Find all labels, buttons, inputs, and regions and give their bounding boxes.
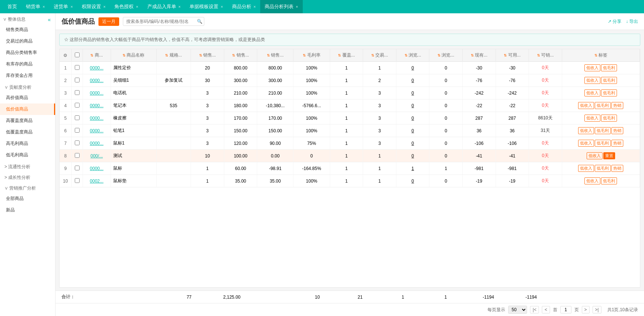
sidebar-item-new-goods[interactable]: 新品: [0, 204, 55, 216]
row-trade: 1: [363, 175, 396, 187]
sidebar-item-stock-goods[interactable]: 有库存的商品: [0, 58, 55, 70]
nav-product-analysis-list-close[interactable]: ×: [296, 4, 298, 9]
row-sales-qty: 1: [191, 162, 224, 175]
row-trade: 2: [363, 74, 396, 87]
sidebar-item-high-value[interactable]: 高价值商品: [0, 92, 55, 103]
row-view2: 0: [429, 99, 463, 112]
row-view1[interactable]: 0: [396, 62, 429, 74]
nav-product-analysis-close[interactable]: ×: [254, 4, 256, 9]
view1-link[interactable]: 1: [412, 166, 414, 171]
row-view1[interactable]: 0: [396, 150, 429, 162]
nav-product-analysis[interactable]: 商品分析 ×: [228, 0, 260, 13]
nav-role-close[interactable]: ×: [136, 4, 138, 9]
search-icon[interactable]: 🔍: [197, 19, 202, 24]
total-spacer3: [553, 295, 638, 300]
share-btn[interactable]: ↗ 分享: [608, 18, 621, 25]
row-sellable: 0天: [529, 99, 562, 112]
row-view1[interactable]: 0: [396, 87, 429, 99]
view1-link[interactable]: 0: [412, 128, 414, 133]
row-sellable: 0天: [529, 87, 562, 99]
sidebar-group-growth[interactable]: > 成长性分析: [0, 171, 55, 182]
row-sales-amt: 35.00: [224, 175, 257, 187]
nav-product-entry-close[interactable]: ×: [178, 4, 181, 9]
view1-link[interactable]: 0: [412, 65, 414, 71]
row-checkbox[interactable]: [75, 140, 80, 145]
nav-template[interactable]: 单据模板设置 ×: [185, 0, 227, 13]
row-view1[interactable]: 0: [396, 137, 429, 150]
row-sellable: 0天: [529, 162, 562, 175]
nav-template-close[interactable]: ×: [221, 4, 223, 9]
nav-permission[interactable]: 权限设置 ×: [77, 0, 110, 13]
row-view1[interactable]: 0: [396, 112, 429, 125]
row-available: -41: [496, 150, 529, 162]
page-size-select[interactable]: 50 100 200: [508, 306, 527, 314]
row-checkbox-cell: [71, 137, 83, 150]
row-checkbox[interactable]: [75, 115, 80, 120]
row-view1[interactable]: 0: [396, 99, 429, 112]
col-view2: ⇅ 浏览...: [429, 49, 463, 62]
row-checkbox[interactable]: [75, 103, 80, 108]
view1-link[interactable]: 0: [412, 116, 414, 121]
row-checkbox[interactable]: [75, 153, 80, 158]
sidebar-group-circulation[interactable]: > 流通性分析: [0, 161, 55, 171]
row-code: 0000...: [83, 74, 111, 87]
nav-product-entry[interactable]: 产成品入库单 ×: [143, 0, 185, 13]
export-btn[interactable]: ↓ 导出: [626, 18, 638, 25]
select-all-checkbox[interactable]: [75, 52, 80, 57]
first-page-btn[interactable]: |<: [530, 306, 539, 313]
row-checkbox[interactable]: [75, 166, 80, 170]
row-name: 铅笔1: [111, 125, 156, 137]
row-view1[interactable]: 0: [396, 74, 429, 87]
row-checkbox[interactable]: [75, 128, 80, 133]
search-input[interactable]: [123, 17, 204, 26]
row-view1[interactable]: 0: [396, 125, 429, 137]
row-num: 7: [60, 137, 71, 150]
nav-permission-close[interactable]: ×: [103, 4, 105, 9]
tag-badge: 低收入: [584, 77, 600, 84]
row-spec: [156, 175, 191, 187]
filter-btn[interactable]: 近一月: [98, 17, 119, 26]
nav-sales[interactable]: 销货单 ×: [21, 0, 49, 13]
sidebar-item-low-value[interactable]: 低价值商品: [0, 103, 55, 115]
sidebar-item-high-coverage[interactable]: 高覆盖度商品: [0, 115, 55, 126]
col-settings[interactable]: ⚙: [60, 49, 71, 62]
view1-link[interactable]: 0: [412, 141, 414, 146]
sidebar-item-low-coverage[interactable]: 低覆盖度商品: [0, 126, 55, 138]
row-view1[interactable]: 1: [396, 162, 429, 175]
sidebar-collapse-btn[interactable]: «: [46, 17, 52, 23]
row-checkbox[interactable]: [75, 90, 80, 95]
row-checkbox[interactable]: [75, 65, 80, 70]
sidebar-item-high-margin[interactable]: 高毛利商品: [0, 138, 55, 149]
table-row: 2 0000... 吴细细1 参加复试 30 300.00 300.00 100…: [60, 74, 640, 87]
nav-role[interactable]: 角色授权 ×: [110, 0, 142, 13]
page-input[interactable]: [560, 306, 571, 313]
nav-purchase[interactable]: 进货单 ×: [49, 0, 77, 13]
next-page-btn[interactable]: >: [582, 306, 590, 313]
prev-page-btn[interactable]: <: [542, 306, 550, 313]
view1-link[interactable]: 0: [412, 78, 414, 83]
row-view2: 0: [429, 74, 463, 87]
sidebar-item-stock-fund[interactable]: 库存资金占用: [0, 70, 55, 81]
tag-badge: 低收入: [578, 102, 594, 109]
sidebar-item-sales-goods[interactable]: 销售类商品: [0, 24, 55, 35]
sidebar-item-traded-goods[interactable]: 交易过的商品: [0, 35, 55, 47]
row-checkbox-cell: [71, 150, 83, 162]
sidebar-item-all-goods[interactable]: 全部商品: [0, 193, 55, 204]
nav-purchase-close[interactable]: ×: [70, 4, 73, 9]
row-checkbox[interactable]: [75, 178, 80, 183]
view1-link[interactable]: 0: [412, 179, 414, 184]
row-gross-rate: 75%: [294, 137, 330, 150]
nav-product-analysis-list[interactable]: 商品分析列表 ×: [260, 0, 302, 13]
last-page-btn[interactable]: >|: [593, 306, 601, 313]
view1-link[interactable]: 0: [412, 103, 414, 108]
row-tags: 低收入低毛利: [562, 87, 640, 99]
nav-sales-close[interactable]: ×: [43, 4, 45, 9]
row-trade: 1: [363, 162, 396, 175]
view1-link[interactable]: 0: [412, 91, 414, 96]
row-checkbox[interactable]: [75, 78, 80, 82]
sidebar-item-category-sales[interactable]: 商品分类销售率: [0, 47, 55, 58]
nav-home[interactable]: 首页: [3, 0, 21, 13]
row-view1[interactable]: 0: [396, 175, 429, 187]
view1-link[interactable]: 0: [412, 153, 414, 159]
sidebar-item-low-margin[interactable]: 低毛利商品: [0, 149, 55, 161]
